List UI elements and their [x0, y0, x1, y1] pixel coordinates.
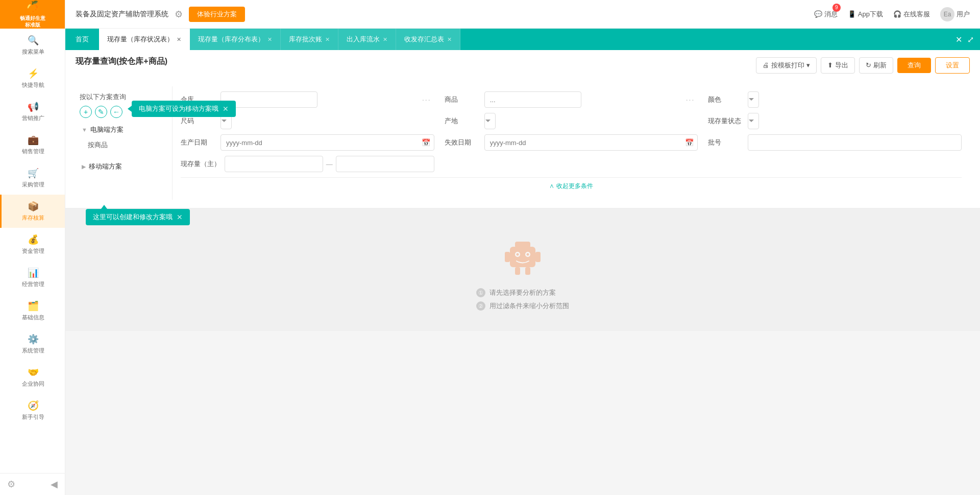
- tab-batch-ledger[interactable]: 库存批次账 ✕: [281, 29, 338, 50]
- tooltip-text: 电脑方案可设为移动方案哦: [139, 104, 218, 113]
- prod-date-group: 生产日期 📅: [181, 134, 434, 151]
- tab-label: 出入库流水: [347, 35, 380, 44]
- goods-label: 商品: [445, 95, 480, 104]
- stock-main-range: —: [225, 156, 434, 172]
- scheme-item-by-goods[interactable]: 按商品: [76, 137, 172, 153]
- headset-icon: 🎧: [893, 10, 901, 18]
- svg-rect-8: [535, 252, 541, 262]
- app-name: 装备及固定资产辅助管理系统: [76, 10, 168, 19]
- warehouse-more-icon[interactable]: ···: [422, 96, 431, 104]
- logo-icon: 🍊: [26, 1, 39, 14]
- sidebar-item-operations[interactable]: 📊 经营管理: [0, 261, 65, 294]
- sidebar-item-enterprise[interactable]: 🤝 企业协同: [0, 361, 65, 394]
- svg-rect-10: [525, 267, 530, 275]
- origin-select[interactable]: [484, 113, 496, 129]
- svg-rect-9: [515, 267, 520, 275]
- settings-bottom-icon[interactable]: ⚙: [7, 479, 15, 490]
- tab-close-icon[interactable]: ✕: [267, 36, 272, 43]
- sidebar-item-label: 系统管理: [22, 347, 44, 355]
- sidebar-item-purchase[interactable]: 🛒 采购管理: [0, 161, 65, 195]
- sidebar-item-quick[interactable]: ⚡ 快捷导航: [0, 62, 65, 95]
- edit-scheme-button[interactable]: ✎: [95, 106, 107, 118]
- sidebar-item-label: 采购管理: [22, 181, 44, 188]
- create-tooltip-close-icon[interactable]: ✕: [177, 213, 183, 221]
- prod-date-input[interactable]: [220, 134, 434, 151]
- svg-point-5: [517, 253, 519, 256]
- tab-close-icon[interactable]: ✕: [447, 36, 452, 43]
- guide-icon: 🧭: [28, 400, 39, 411]
- stock-main-max-input[interactable]: [336, 156, 434, 172]
- expire-date-label: 失效日期: [445, 138, 480, 147]
- expire-date-input[interactable]: [484, 134, 698, 151]
- header-settings-icon[interactable]: ⚙: [175, 9, 183, 20]
- origin-label: 产地: [445, 116, 480, 126]
- messages-item[interactable]: 💬 9 消息: [814, 10, 838, 19]
- tab-label: 收发存汇总表: [404, 35, 444, 44]
- sidebar-item-label: 营销推广: [22, 114, 44, 122]
- print-button[interactable]: 🖨 按模板打印 ▾: [756, 57, 817, 74]
- inventory-icon: 📦: [28, 201, 39, 212]
- tab-close-icon[interactable]: ✕: [325, 36, 330, 43]
- sidebar-item-search[interactable]: 🔍 搜索菜单: [0, 29, 65, 62]
- goods-more-icon[interactable]: ···: [686, 96, 695, 104]
- batch-input[interactable]: [748, 134, 962, 151]
- form-row-1: 仓库 ··· 商品 ···: [181, 91, 962, 108]
- cta-button[interactable]: 体验行业方案: [189, 7, 245, 22]
- origin-group: 产地: [445, 113, 698, 129]
- stock-status-group: 现存量状态: [708, 113, 962, 129]
- tab-inventory-status[interactable]: 现存量（库存状况表） ✕: [99, 29, 190, 50]
- tab-expand-icon[interactable]: ⤢: [967, 35, 974, 44]
- sidebar-item-system[interactable]: ⚙️ 系统管理: [0, 327, 65, 361]
- sidebar-item-inventory[interactable]: 📦 库存核算: [0, 195, 65, 228]
- section-arrow-icon: ▶: [82, 163, 86, 170]
- export-button[interactable]: ⬆ 导出: [821, 57, 855, 74]
- tab-close-icon[interactable]: ✕: [383, 36, 387, 43]
- tooltip-close-icon[interactable]: ✕: [223, 105, 229, 113]
- color-select-wrapper: [748, 91, 962, 108]
- tab-close-all-icon[interactable]: ✕: [955, 35, 962, 44]
- goods-input[interactable]: [484, 91, 581, 108]
- query-section: 按以下方案查询 + ✎ ← 电脑方案可设为移动方案哦 ✕: [65, 78, 980, 208]
- sidebar-item-guide[interactable]: 🧭 新手引导: [0, 394, 65, 427]
- settings-button[interactable]: 设置: [935, 57, 970, 74]
- tab-home[interactable]: 首页: [65, 29, 99, 50]
- sidebar-item-finance[interactable]: 💰 资金管理: [0, 228, 65, 261]
- message-badge: 9: [832, 4, 841, 12]
- add-scheme-button[interactable]: +: [80, 106, 92, 118]
- refresh-button[interactable]: ↻ 刷新: [859, 57, 893, 74]
- stock-status-select[interactable]: [748, 113, 759, 129]
- tab-inout-flow[interactable]: 出入库流水 ✕: [338, 29, 396, 50]
- query-label: 按以下方案查询: [80, 92, 126, 102]
- tab-label: 现存量（库存分布表）: [198, 35, 264, 44]
- mobile-scheme-section[interactable]: ▶ 移动端方案: [76, 159, 172, 174]
- stock-main-label: 现存量（主）: [181, 159, 220, 169]
- finance-icon: 💰: [28, 234, 39, 245]
- stock-main-min-input[interactable]: [225, 156, 323, 172]
- sidebar-item-label: 销售管理: [22, 148, 44, 155]
- tab-inventory-dist[interactable]: 现存量（库存分布表） ✕: [190, 29, 281, 50]
- hint-num-1: ①: [476, 288, 485, 297]
- tab-home-label: 首页: [76, 35, 89, 44]
- query-button[interactable]: 查询: [897, 58, 931, 73]
- tab-close-icon[interactable]: ✕: [177, 36, 181, 43]
- purchase-icon: 🛒: [28, 168, 39, 179]
- sidebar-item-sales[interactable]: 💼 销售管理: [0, 128, 65, 161]
- section-arrow-icon: ▼: [82, 127, 87, 133]
- online-support-item[interactable]: 🎧 在线客服: [893, 10, 930, 19]
- user-item[interactable]: Ea 用户: [940, 7, 970, 21]
- sidebar-item-marketing[interactable]: 📢 营销推广: [0, 95, 65, 128]
- empty-hint-2: ② 用过滤条件来缩小分析范围: [476, 301, 569, 311]
- back-scheme-button[interactable]: ←: [110, 106, 122, 118]
- app-download-item[interactable]: 📱 App下载: [848, 10, 883, 19]
- message-icon: 💬: [814, 10, 822, 18]
- collapse-sidebar-icon[interactable]: ◀: [51, 479, 58, 490]
- header-right: 💬 9 消息 📱 App下载 🎧 在线客服 Ea 用户: [814, 7, 970, 21]
- sidebar-item-basic[interactable]: 🗂️ 基础信息: [0, 294, 65, 327]
- tab-receive-summary[interactable]: 收发存汇总表 ✕: [396, 29, 460, 50]
- basic-icon: 🗂️: [28, 300, 39, 312]
- goods-select-wrapper: ···: [484, 91, 698, 108]
- collapse-bar[interactable]: ∧ 收起更多条件: [181, 177, 962, 195]
- color-select[interactable]: [748, 91, 759, 108]
- goods-group: 商品 ···: [445, 91, 698, 108]
- pc-scheme-section[interactable]: ▼ 电脑端方案: [76, 122, 172, 137]
